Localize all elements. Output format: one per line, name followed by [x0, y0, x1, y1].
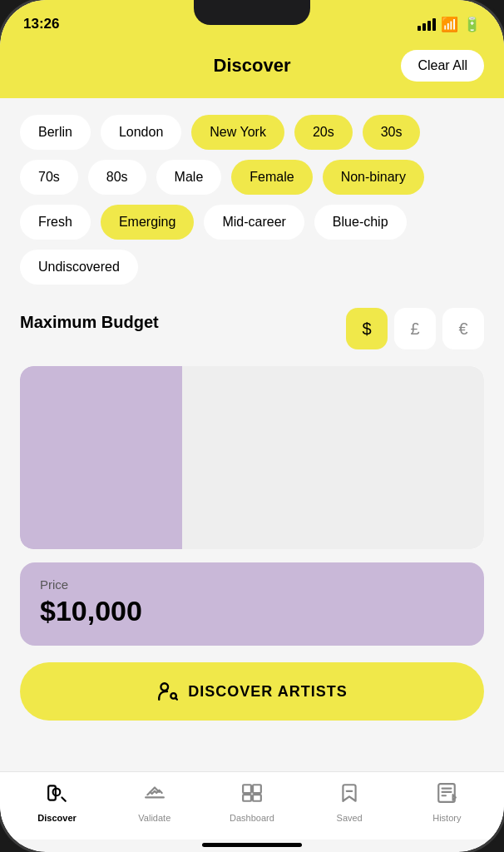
filter-tag-mid-career[interactable]: Mid-career	[204, 205, 304, 240]
nav-item-discover[interactable]: Discover	[32, 782, 82, 823]
signal-icon	[418, 18, 436, 31]
page-title: Discover	[175, 55, 329, 77]
filter-tag-berlin[interactable]: Berlin	[20, 115, 91, 150]
status-time: 13:26	[23, 16, 59, 32]
nav-label-saved: Saved	[337, 813, 363, 823]
filter-tag-emerging[interactable]: Emerging	[101, 205, 194, 240]
discover-icon	[47, 782, 68, 810]
filter-tag-70s[interactable]: 70s	[20, 160, 78, 195]
price-label: Price	[40, 577, 464, 592]
filter-tag-london[interactable]: London	[101, 115, 181, 150]
nav-label-history: History	[432, 813, 461, 823]
svg-rect-9	[253, 795, 261, 801]
svg-rect-8	[243, 795, 251, 801]
nav-item-validate[interactable]: Validate	[130, 782, 180, 823]
budget-section-header: Maximum Budget $£€	[20, 308, 484, 349]
home-indicator	[202, 843, 302, 847]
filter-tag-fresh[interactable]: Fresh	[20, 205, 91, 240]
filter-tag-20s[interactable]: 20s	[294, 115, 353, 150]
svg-line-4	[62, 797, 65, 800]
filter-tag-80s[interactable]: 80s	[88, 160, 146, 195]
scroll-content: BerlinLondonNew York20s30s70s80sMaleFema…	[0, 98, 504, 771]
filter-tag-undiscovered[interactable]: Undiscovered	[20, 250, 138, 285]
nav-label-discover: Discover	[37, 813, 76, 823]
handshake-icon	[144, 782, 166, 810]
wifi-icon: 📶	[441, 16, 458, 33]
currency-btn-£[interactable]: £	[394, 308, 436, 349]
currency-btn-€[interactable]: €	[442, 308, 484, 349]
filter-tag-30s[interactable]: 30s	[363, 115, 421, 150]
bottom-nav: DiscoverValidateDashboardSavedHistory	[0, 771, 504, 840]
battery-icon: 🔋	[463, 16, 481, 33]
discover-artists-button[interactable]: DISCOVER ARTISTS	[20, 662, 484, 721]
saved-icon	[338, 782, 360, 810]
price-value: $10,000	[40, 595, 464, 627]
svg-rect-7	[253, 785, 261, 793]
nav-item-saved[interactable]: Saved	[324, 782, 374, 823]
nav-item-history[interactable]: History	[422, 782, 472, 823]
slider-filled	[20, 366, 182, 549]
nav-label-dashboard: Dashboard	[230, 813, 274, 823]
currency-btn-$[interactable]: $	[346, 308, 388, 349]
filter-tag-non-binary[interactable]: Non-binary	[323, 160, 424, 195]
phone-frame: 13:26 📶 🔋 Discover Clear All	[0, 0, 504, 852]
filter-tag-new-york[interactable]: New York	[191, 115, 284, 150]
filter-tags: BerlinLondonNew York20s30s70s80sMaleFema…	[20, 115, 484, 285]
people-search-icon	[156, 681, 178, 702]
phone-screen: 13:26 📶 🔋 Discover Clear All	[0, 0, 504, 852]
svg-line-2	[176, 698, 178, 700]
nav-item-dashboard[interactable]: Dashboard	[227, 782, 277, 823]
nav-label-validate: Validate	[138, 813, 170, 823]
filter-tag-blue-chip[interactable]: Blue-chip	[314, 205, 407, 240]
filter-tag-female[interactable]: Female	[231, 160, 312, 195]
svg-rect-5	[48, 785, 56, 800]
dashboard-icon	[241, 782, 263, 810]
clear-all-button[interactable]: Clear All	[401, 50, 484, 82]
budget-slider-container[interactable]	[20, 366, 484, 549]
price-display: Price $10,000	[20, 562, 484, 646]
filter-tag-male[interactable]: Male	[156, 160, 222, 195]
currency-selector: $£€	[346, 308, 484, 349]
history-icon	[436, 782, 457, 810]
budget-label: Maximum Budget	[20, 313, 159, 332]
header: Discover Clear All	[0, 43, 504, 98]
discover-button-label: DISCOVER ARTISTS	[188, 683, 347, 701]
svg-rect-6	[243, 785, 251, 793]
svg-point-0	[161, 683, 169, 691]
status-icons: 📶 🔋	[418, 16, 481, 33]
notch	[194, 0, 310, 25]
